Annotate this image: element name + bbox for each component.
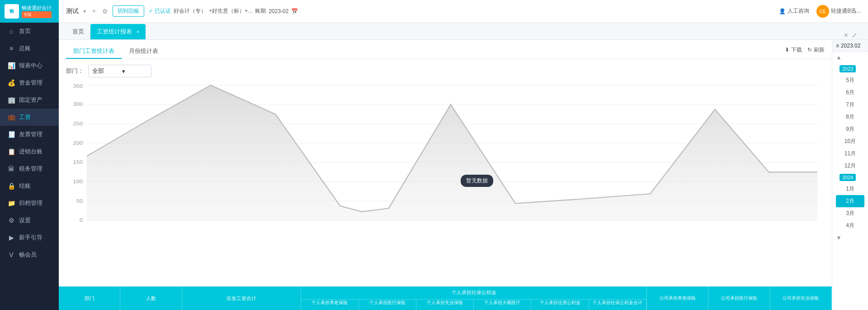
svg-text:150: 150 [73, 159, 83, 165]
next-year-btn[interactable]: ▼ [836, 234, 842, 241]
th-major-medical: 个人承担大额医疗 [474, 300, 531, 310]
th-group-personal: 个人承担社保公积金 个人承担养老保险 个人承担医疗保险 个人承担失业保险 个人承… [301, 286, 647, 310]
month-nov[interactable]: 11月 [836, 148, 864, 160]
date-header: ≡ 2023.02 [832, 40, 868, 52]
sidebar-item-label: 工资 [19, 113, 31, 121]
th-group-children: 个人承担养老保险 个人承担医疗保险 个人承担失业保险 个人承担大额医疗 个人承担… [301, 300, 646, 310]
sidebar-item-label: 归档管理 [19, 199, 42, 207]
tab-home[interactable]: 首页 [66, 24, 90, 39]
sidebar-item-home[interactable]: ⌂ 首页 [0, 23, 59, 40]
sidebar-item-label: 畅会员 [19, 251, 37, 259]
user-profile[interactable]: CE 轻捷通B迅... [816, 5, 861, 18]
topbar-title: 测试 [66, 7, 79, 15]
th-unemployment: 个人承担失业保险 [416, 300, 474, 310]
ledger-icon: ≡ [7, 45, 15, 52]
home-icon: ⌂ [7, 28, 15, 35]
tab-salary-report[interactable]: 工资统计报表 × [90, 24, 146, 39]
salary-icon: 💼 [7, 114, 15, 121]
th-housing-fund: 个人承担住房公积金 [531, 300, 589, 310]
subtab-dept[interactable]: 部门工资统计表 [66, 44, 122, 59]
th-company-medical: 公司承担医疗保险 [708, 286, 770, 310]
settings-icon: ⚙ [7, 217, 15, 224]
tab-close-icon[interactable]: × [137, 29, 139, 34]
sidebar-item-label: 税务管理 [19, 165, 42, 173]
switch-old-version-button[interactable]: 切到旧板 [113, 5, 144, 17]
consult-icon: 👤 [779, 8, 786, 14]
date-nav-down: ▼ [832, 233, 868, 243]
svg-text:200: 200 [73, 140, 83, 146]
month-jun[interactable]: 6月 [836, 86, 864, 99]
th-company-unemployment: 公司承担失业保险 [770, 286, 832, 310]
reports-icon: 📊 [7, 62, 15, 69]
sidebar-item-funds[interactable]: 💰 资金管理 [0, 74, 59, 91]
filter-bar: 部门： 全部 ▾ [59, 59, 832, 83]
sidebar-item-ledger[interactable]: ≡ 总账 [0, 40, 59, 57]
th-total-salary: 应发工资合计 [182, 286, 302, 310]
sidebar: 畅 畅捷通好会计 专版 ⌂ 首页 ≡ 总账 📊 报表中心 💰 资金管理 🏢 固定… [0, 0, 59, 310]
download-button[interactable]: ⬇ 下载 [785, 46, 802, 54]
subtabs-bar: 部门工资统计表 月份统计表 ⬇ 下载 ↻ 刷新 [59, 40, 832, 59]
invoice-icon: 🧾 [7, 131, 15, 138]
archive-icon: 📁 [7, 200, 15, 207]
dept-filter-select[interactable]: 全部 ▾ [88, 65, 151, 77]
refresh-label: 刷新 [814, 46, 825, 54]
funds-icon: 💰 [7, 79, 15, 86]
svg-text:100: 100 [73, 178, 83, 184]
th-dept: 部门 [59, 286, 120, 310]
dept-filter-value: 全部 [92, 67, 104, 75]
sidebar-item-member[interactable]: V 畅会员 [0, 246, 59, 263]
date-nav-up: ▲ [832, 52, 868, 62]
month-sep[interactable]: 9月 [836, 123, 864, 135]
month-may[interactable]: 5月 [836, 74, 864, 86]
topbar-status: ✓ 已认证 好会计（专） +好生意（标）+... 账期 2023-02 📅 [149, 7, 298, 15]
user-avatar: CE [816, 5, 829, 18]
sidebar-item-reports[interactable]: 📊 报表中心 [0, 57, 59, 74]
tabbar: 首页 工资统计报表 × × ⤢ [59, 23, 868, 40]
subtab-monthly[interactable]: 月份统计表 [122, 44, 165, 59]
sidebar-item-invoice[interactable]: 🧾 发票管理 [0, 126, 59, 143]
salary-chart: 350 300 250 200 150 100 50 0 [68, 83, 823, 228]
sidebar-item-salary[interactable]: 💼 工资 [0, 109, 59, 126]
auth-status: ✓ 已认证 [149, 7, 171, 15]
guide-icon: ▶ [7, 234, 15, 241]
month-feb-active[interactable]: 2月 [836, 195, 864, 207]
month-jul[interactable]: 7月 [836, 99, 864, 111]
sidebar-item-close[interactable]: 🔒 结账 [0, 177, 59, 195]
month-aug[interactable]: 8月 [836, 111, 864, 123]
svg-text:350: 350 [73, 83, 83, 89]
topbar-dropdown-arrow[interactable]: ▾ [83, 8, 86, 14]
filter-icon: ≡ [836, 43, 839, 49]
main-panel: 部门工资统计表 月份统计表 ⬇ 下载 ↻ 刷新 [59, 40, 832, 310]
month-mar[interactable]: 3月 [836, 207, 864, 219]
tab-close-window[interactable]: × [844, 31, 848, 39]
year-badge-2023: 2023 [840, 65, 856, 72]
topbar-add-button[interactable]: ＋ [90, 6, 98, 16]
month-jan[interactable]: 1月 [836, 183, 864, 195]
calendar-icon[interactable]: 📅 [291, 8, 298, 14]
sidebar-item-guide[interactable]: ▶ 新手引导 [0, 229, 59, 246]
sidebar-item-label: 发票管理 [19, 130, 42, 138]
dept-filter-label: 部门： [66, 67, 84, 75]
consult-button[interactable]: 👤 人工咨询 [779, 7, 809, 15]
member-icon: V [7, 251, 15, 258]
refresh-button[interactable]: ↻ 刷新 [807, 46, 825, 54]
sidebar-item-sales[interactable]: 📋 进销台账 [0, 143, 59, 160]
period-value: 2023-02 [269, 8, 288, 14]
tab-expand-icon[interactable]: ⤢ [852, 32, 857, 39]
topbar: 测试 ▾ ＋ ⚙ 切到旧板 ✓ 已认证 好会计（专） +好生意（标）+... 账… [59, 0, 868, 23]
logo-icon: 畅 [5, 4, 19, 19]
subtab-dept-label: 部门工资统计表 [73, 48, 114, 54]
month-dec[interactable]: 12月 [836, 160, 864, 172]
sidebar-item-tax[interactable]: 🏛 税务管理 [0, 160, 59, 177]
svg-text:300: 300 [73, 101, 83, 107]
sidebar-item-settings[interactable]: ⚙ 设置 [0, 212, 59, 229]
sidebar-item-label: 新手引导 [19, 234, 42, 242]
month-oct[interactable]: 10月 [836, 135, 864, 148]
sidebar-item-archive[interactable]: 📁 归档管理 [0, 195, 59, 212]
sidebar-item-assets[interactable]: 🏢 固定资产 [0, 91, 59, 109]
assets-icon: 🏢 [7, 96, 15, 104]
refresh-icon: ↻ [807, 47, 812, 53]
month-apr[interactable]: 4月 [836, 219, 864, 232]
topbar-settings-icon[interactable]: ⚙ [102, 8, 108, 15]
prev-year-btn[interactable]: ▲ [836, 54, 842, 61]
